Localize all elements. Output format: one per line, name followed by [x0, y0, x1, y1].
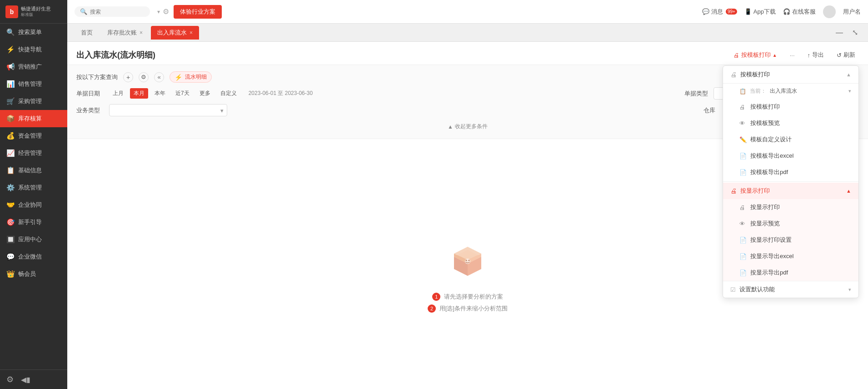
tab-batch-account[interactable]: 库存批次账 ×	[101, 26, 149, 40]
sidebar-label-membership: 畅会员	[18, 270, 36, 278]
filter-tag-icon: ⚡	[175, 74, 182, 81]
settings-icon[interactable]: ⚙	[6, 374, 14, 384]
message-button[interactable]: 💬 消息 99+	[702, 8, 737, 16]
filter-collapse-more-button[interactable]: ▲ 收起更多条件	[444, 121, 491, 132]
online-service-button[interactable]: 🎧 在线客服	[783, 8, 816, 16]
sidebar-item-sales[interactable]: 📊销售管理	[0, 75, 67, 93]
sidebar-label-search-menu: 搜索菜单	[18, 28, 42, 36]
tab-minimize-button[interactable]: —	[833, 27, 846, 38]
dropdown-item-display-export-excel[interactable]: 📄 按显示导出excel	[723, 248, 858, 264]
dropdown-item-template-export-pdf[interactable]: 📄 按模板导出pdf	[723, 164, 858, 180]
dropdown-item-template-print[interactable]: 🖨 按模板打印	[723, 99, 858, 115]
industry-solution-button[interactable]: 体验行业方案	[174, 5, 222, 19]
hint-num-1: 1	[432, 293, 440, 301]
filter-biztype-select[interactable]	[109, 104, 227, 116]
filter-collapse-button[interactable]: «	[154, 72, 164, 82]
export-button[interactable]: ↑ 导出	[804, 49, 828, 61]
collapse-icon[interactable]: ◀▮	[21, 375, 30, 384]
dropdown-item-display-print[interactable]: 🖨 按显示打印	[723, 199, 858, 215]
date-tab-this-year[interactable]: 本年	[151, 88, 169, 99]
template-excel-icon: 📄	[739, 153, 747, 160]
sidebar-item-basic-info[interactable]: 📋基础信息	[0, 162, 67, 179]
svg-point-7	[466, 260, 467, 261]
more-actions-button[interactable]: ···	[786, 50, 798, 60]
chevron-up-icon-display: ▲	[846, 188, 851, 194]
logo-name: 畅捷通好生意	[21, 5, 51, 12]
sidebar-item-enterprise-wechat[interactable]: 💬企业微信	[0, 248, 67, 265]
sidebar-item-purchase[interactable]: 🛒采购管理	[0, 93, 67, 110]
dropdown-display-section-toggle[interactable]: 🖨 按显示打印 ▲	[723, 183, 858, 199]
empty-hint-2-text: 用[选]条件来缩小分析范围	[439, 305, 508, 312]
default-settings-icon: ☑	[730, 286, 736, 293]
page-header: 出入库流水(流水明细) 🖨 按模板打印 ▲ ··· ↑ 导出 ↺ 刷新	[67, 42, 868, 65]
display-print-settings-label: 按显示打印设置	[750, 236, 792, 244]
topbar-search-wrap: 🔍	[75, 6, 150, 17]
sidebar-nav: 🔍搜索菜单⚡快捷导航📢营销推广📊销售管理🛒采购管理📦库存核算💰资金管理📈经营管理…	[0, 24, 67, 369]
sidebar-item-search-menu[interactable]: 🔍搜索菜单	[0, 24, 67, 41]
filter-active-tag[interactable]: ⚡ 流水明细	[170, 71, 212, 83]
display-pdf-icon: 📄	[739, 269, 747, 276]
dropdown-footer-default[interactable]: ☑ 设置默认功能 ▾	[723, 281, 858, 298]
filter-doctype-label: 单据类型	[684, 90, 708, 98]
dropdown-template-print-header[interactable]: 🖨 按模板打印 ▲	[723, 66, 858, 84]
display-preview-item-label: 按显示预览	[750, 219, 780, 228]
display-print-section-icon: 🖨	[730, 187, 737, 194]
tab-maximize-button[interactable]: ⤡	[849, 27, 861, 38]
sidebar-item-newbie[interactable]: 🎯新手引导	[0, 214, 67, 231]
phone-icon: 📱	[744, 8, 752, 15]
sidebar-item-inventory[interactable]: 📦库存核算	[0, 110, 67, 127]
date-tab-custom[interactable]: 自定义	[217, 88, 240, 99]
tab-flow[interactable]: 出入库流水 ×	[151, 26, 199, 40]
refresh-icon: ↺	[837, 52, 842, 59]
sidebar-item-quick-nav[interactable]: ⚡快捷导航	[0, 41, 67, 58]
sidebar-item-membership[interactable]: 👑畅会员	[0, 265, 67, 283]
tab-home[interactable]: 首页	[75, 26, 99, 40]
date-tab-more[interactable]: 更多	[196, 88, 214, 99]
search-input[interactable]	[90, 9, 145, 15]
sidebar-icon-quick-nav: ⚡	[6, 45, 15, 54]
sidebar-icon-finance: 💰	[6, 132, 15, 140]
sidebar-icon-basic-info: 📋	[6, 166, 15, 175]
message-label: 消息	[711, 8, 723, 16]
current-doc-label: 出入库流水	[770, 87, 845, 95]
sidebar-item-finance[interactable]: 💰资金管理	[0, 127, 67, 145]
search-icon: 🔍	[80, 8, 87, 15]
dropdown-item-template-preview[interactable]: 👁 按模板预览	[723, 115, 858, 131]
logo-text-wrap: 畅捷通好生意 标准版	[21, 5, 51, 18]
print-dropdown-panel: 🖨 按模板打印 ▲ 📋 当前： 出入库流水 ▾ 🖨 按模板打印 👁 按模板预览	[723, 65, 859, 298]
empty-hint-1: 1 请先选择要分析的方案	[432, 291, 503, 303]
sidebar-item-marketing[interactable]: 📢营销推广	[0, 58, 67, 75]
sidebar-icon-marketing: 📢	[6, 63, 15, 71]
filter-tag-label: 流水明细	[185, 73, 207, 81]
dropdown-current-label: 📋 当前： 出入库流水 ▾	[723, 84, 858, 99]
tab-batch-account-close[interactable]: ×	[140, 30, 143, 36]
filter-date-label: 单据日期	[76, 90, 104, 98]
app-download-button[interactable]: 📱 App下载	[744, 8, 776, 16]
template-export-pdf-label: 按模板导出pdf	[750, 168, 788, 176]
gear-icon[interactable]: ⚙	[163, 7, 169, 16]
dropdown-item-display-preview[interactable]: 👁 按显示预览	[723, 215, 858, 232]
refresh-button[interactable]: ↺ 刷新	[833, 49, 859, 61]
dropdown-footer-label: 设置默认功能	[739, 285, 775, 294]
sidebar-item-enterprise-coop[interactable]: 🤝企业协同	[0, 196, 67, 214]
dropdown-item-display-export-pdf[interactable]: 📄 按显示导出pdf	[723, 264, 858, 281]
date-tab-last7days[interactable]: 近7天	[172, 88, 193, 99]
date-tab-prev-month[interactable]: 上月	[109, 88, 127, 99]
dropdown-item-display-print-settings[interactable]: 📄 按显示打印设置	[723, 232, 858, 248]
user-avatar[interactable]	[823, 5, 836, 18]
tab-flow-close[interactable]: ×	[190, 30, 193, 36]
dropdown-item-template-custom[interactable]: ✏️ 模板自定义设计	[723, 131, 858, 148]
sidebar-item-app-center[interactable]: 🔲应用中心	[0, 231, 67, 248]
filter-add-button[interactable]: +	[123, 72, 133, 82]
display-export-pdf-label: 按显示导出pdf	[750, 269, 788, 277]
template-print-button[interactable]: 🖨 按模板打印 ▲	[730, 49, 781, 61]
sidebar-icon-sales: 📊	[6, 80, 15, 88]
sidebar-item-operations[interactable]: 📈经营管理	[0, 145, 67, 162]
refresh-label: 刷新	[843, 51, 855, 59]
display-print-icon: 🖨	[739, 204, 747, 211]
dropdown-item-template-export-excel[interactable]: 📄 按模板导出excel	[723, 148, 858, 164]
date-tab-this-month[interactable]: 本月	[130, 88, 148, 99]
filter-settings-button[interactable]: ⚙	[139, 72, 149, 82]
sidebar-footer: ⚙ ◀▮	[0, 369, 67, 389]
sidebar-item-system[interactable]: ⚙️系统管理	[0, 179, 67, 196]
